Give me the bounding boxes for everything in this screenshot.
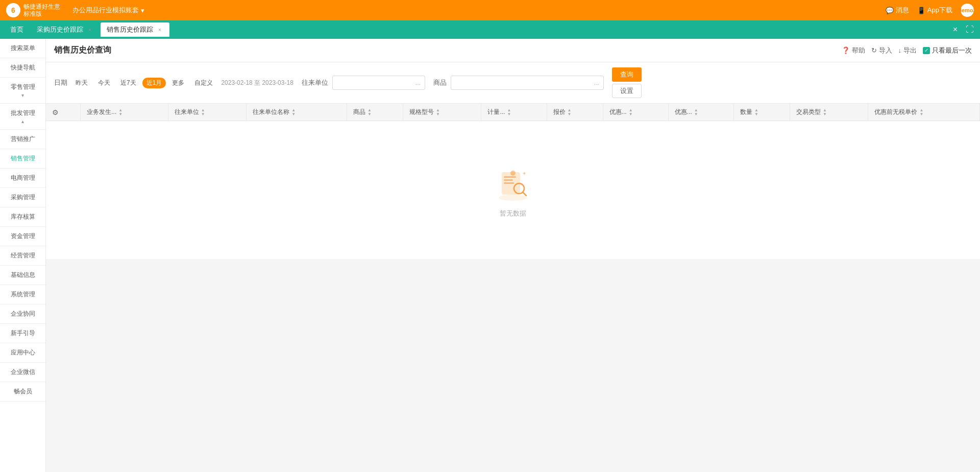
only-last-checkbox[interactable]: ✓ 只看最后一次 — [923, 46, 972, 55]
table-header-row: ⚙ 业务发生... ▲▼ 往来单位 ▲▼ — [46, 104, 980, 121]
col-discount1[interactable]: 优惠... ▲▼ — [603, 104, 668, 121]
sidebar-item-search-menu[interactable]: 搜索菜单 — [0, 39, 45, 58]
date-option-more[interactable]: 更多 — [168, 78, 188, 88]
col-spec[interactable]: 规格型号 ▲▼ — [403, 104, 481, 121]
fullscreen-btn[interactable]: ⛶ — [964, 24, 976, 35]
date-option-last7[interactable]: 近7天 — [116, 78, 140, 88]
user-avatar-area[interactable]: demo2 — [961, 4, 974, 17]
col-biz-date[interactable]: 业务发生... ▲▼ — [81, 104, 168, 121]
message-icon: 💬 — [886, 7, 894, 14]
query-button[interactable]: 查询 — [612, 67, 642, 82]
sidebar-item-purchase-mgmt[interactable]: 采购管理 — [0, 188, 45, 207]
product-input[interactable] — [455, 79, 592, 86]
date-option-today[interactable]: 今天 — [94, 78, 114, 88]
sort-arrows: ▲▼ — [201, 108, 205, 116]
product-dots: ... — [594, 79, 599, 86]
col-pretax-price[interactable]: 优惠前无税单价 ▲▼ — [868, 104, 980, 121]
svg-rect-3 — [504, 179, 513, 181]
page-header: 销售历史价查询 ❓ 帮助 ↻ 导入 ↓ 导出 ✓ 只看最后一次 — [46, 39, 980, 62]
date-option-custom[interactable]: 自定义 — [190, 78, 217, 88]
sidebar-item-finance[interactable]: 资金管理 — [0, 227, 45, 246]
col-partner-name[interactable]: 往来单位名称 ▲▼ — [247, 104, 347, 121]
chevron-up-icon: ▴ — [21, 119, 24, 124]
phone-icon: 📱 — [917, 7, 925, 14]
svg-rect-2 — [504, 176, 516, 178]
col-partner-code[interactable]: 往来单位 ▲▼ — [168, 104, 246, 121]
sidebar-item-operations[interactable]: 经营管理 — [0, 246, 45, 266]
chevron-down-icon: ▾ — [141, 7, 144, 14]
sidebar-item-app-center[interactable]: 应用中心 — [0, 343, 45, 363]
sidebar-item-enterprise-wechat[interactable]: 企业微信 — [0, 363, 45, 382]
tab-home[interactable]: 首页 — [4, 22, 30, 37]
top-bar: 6 畅捷通好生意 标准版 办公用品行业模拟账套 ▾ 💬 消息 📱 App下载 d… — [0, 0, 980, 20]
close-all-tabs-btn[interactable]: × — [951, 24, 960, 35]
svg-point-0 — [499, 195, 527, 201]
col-discount2[interactable]: 优惠... ▲▼ — [668, 104, 733, 121]
col-trade-type[interactable]: 交易类型 ▲▼ — [790, 104, 868, 121]
export-icon: ↓ — [898, 46, 902, 54]
sidebar: 搜索菜单 快捷导航 零售管理 ▾ 批发管理 ▴ 营销推广 销售管理 电商管理 采… — [0, 39, 46, 472]
sidebar-item-basic-info[interactable]: 基础信息 — [0, 266, 45, 285]
sort-arrows: ▲▼ — [507, 108, 511, 116]
sort-arrows: ▲▼ — [919, 108, 923, 116]
col-product[interactable]: 商品 ▲▼ — [347, 104, 403, 121]
app-download-btn[interactable]: 📱 App下载 — [917, 6, 952, 15]
sidebar-item-quick-nav[interactable]: 快捷导航 — [0, 58, 45, 78]
gear-icon[interactable]: ⚙ — [52, 108, 59, 116]
tab-sales-history[interactable]: 销售历史价跟踪 × — [101, 22, 169, 37]
col-unit[interactable]: 计量... ▲▼ — [481, 104, 547, 121]
partner-input[interactable] — [337, 79, 413, 86]
action-buttons: 查询 设置 — [612, 67, 642, 98]
sidebar-item-wholesale-mgmt[interactable]: 批发管理 ▴ — [0, 104, 45, 130]
sidebar-item-inventory[interactable]: 库存核算 — [0, 207, 45, 227]
logo-icon: 6 — [6, 3, 20, 17]
main-layout: 搜索菜单 快捷导航 零售管理 ▾ 批发管理 ▴ 营销推广 销售管理 电商管理 采… — [0, 39, 980, 472]
date-option-yesterday[interactable]: 昨天 — [71, 78, 92, 88]
col-qty[interactable]: 数量 ▲▼ — [733, 104, 790, 121]
sidebar-item-retail-mgmt[interactable]: 零售管理 ▾ — [0, 78, 45, 104]
data-table: ⚙ 业务发生... ▲▼ 往来单位 ▲▼ — [46, 104, 980, 121]
sidebar-item-marketing[interactable]: 营销推广 — [0, 130, 45, 149]
tab-bar: 首页 采购历史价跟踪 × 销售历史价跟踪 × × ⛶ — [0, 20, 980, 39]
empty-text: 暂无数据 — [500, 209, 526, 218]
tab-close-purchase[interactable]: × — [86, 26, 93, 33]
sidebar-item-member[interactable]: 畅会员 — [0, 382, 45, 402]
empty-icon: ✦ — [493, 162, 533, 203]
sidebar-item-system-mgmt[interactable]: 系统管理 — [0, 285, 45, 304]
tab-purchase-history[interactable]: 采购历史价跟踪 × — [31, 22, 100, 37]
sidebar-item-enterprise-coop[interactable]: 企业协同 — [0, 304, 45, 324]
help-btn[interactable]: ❓ 帮助 — [842, 46, 865, 55]
svg-rect-4 — [504, 182, 514, 184]
logo-area: 6 畅捷通好生意 标准版 — [6, 3, 60, 18]
product-filter-group: 商品 ... — [433, 76, 604, 90]
sort-arrows: ▲▼ — [291, 108, 296, 116]
col-price[interactable]: 报价 ▲▼ — [547, 104, 603, 121]
sidebar-item-new-guide[interactable]: 新手引导 — [0, 324, 45, 343]
settings-button[interactable]: 设置 — [612, 84, 642, 98]
message-btn[interactable]: 💬 消息 — [886, 6, 909, 15]
checkbox-icon: ✓ — [923, 47, 930, 54]
svg-text:✦: ✦ — [522, 171, 526, 176]
partner-input-area[interactable]: ... — [332, 76, 425, 90]
workspace-selector[interactable]: 办公用品行业模拟账套 ▾ — [72, 6, 144, 15]
chevron-down-icon: ▾ — [21, 92, 24, 98]
filter-bar: 日期 昨天 今天 近7天 近1月 更多 自定义 2023-02-18 至 202… — [46, 62, 980, 104]
page-title: 销售历史价查询 — [54, 45, 111, 62]
product-input-area[interactable]: ... — [451, 76, 604, 90]
import-btn[interactable]: ↻ 导入 — [871, 46, 892, 55]
tab-close-sales[interactable]: × — [156, 26, 163, 33]
export-btn[interactable]: ↓ 导出 — [898, 46, 917, 55]
logo-text: 畅捷通好生意 标准版 — [23, 3, 60, 18]
svg-line-6 — [523, 192, 526, 196]
tab-bar-actions: × ⛶ — [951, 24, 976, 35]
avatar: demo2 — [961, 4, 974, 17]
content-area: 销售历史价查询 ❓ 帮助 ↻ 导入 ↓ 导出 ✓ 只看最后一次 — [46, 39, 980, 472]
sidebar-item-sales-mgmt[interactable]: 销售管理 — [0, 149, 45, 169]
svg-point-7 — [510, 171, 516, 176]
sidebar-item-ecommerce[interactable]: 电商管理 — [0, 169, 45, 188]
date-options: 昨天 今天 近7天 近1月 更多 自定义 — [71, 78, 217, 88]
date-option-last1m[interactable]: 近1月 — [142, 78, 166, 88]
workspace-area: 办公用品行业模拟账套 ▾ — [64, 6, 881, 15]
top-bar-right: 💬 消息 📱 App下载 demo2 — [886, 4, 974, 17]
col-settings: ⚙ — [46, 104, 81, 121]
